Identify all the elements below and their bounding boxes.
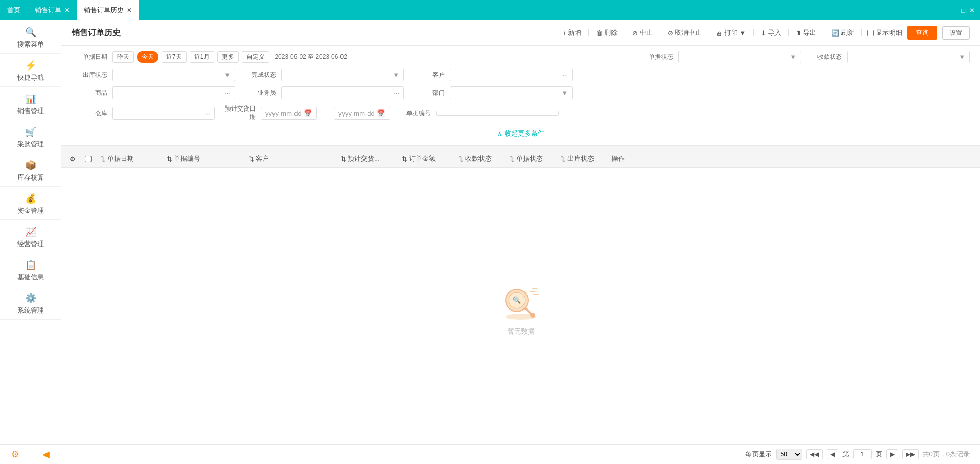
show-detail-input[interactable] [867,30,874,36]
import-button[interactable]: ⬇ 导入 [759,28,783,37]
close-window-icon[interactable]: ✕ [969,7,975,14]
sort-doc-status-icon: ⇅ [509,155,515,163]
main-layout: 🔍 搜索菜单 ⚡ 快捷导航 📊 销售管理 🛒 采购管理 📦 库存核算 💰 资金管… [0,20,980,464]
tab-sales-order-history[interactable]: 销售订单历史 ✕ [77,0,139,20]
th-docno[interactable]: ⇅ 单据编号 [164,154,245,163]
minimize-icon[interactable]: — [950,7,957,14]
cancel-stop-button[interactable]: ⊘ 取消中止 [666,28,703,37]
delete-button[interactable]: 🗑 删除 [594,28,620,37]
out-status-select[interactable]: ▼ [112,69,235,81]
date-more-btn[interactable]: 更多 [217,51,239,63]
sidebar-item-inventory-label: 库存核算 [17,173,44,182]
svg-text:🔍: 🔍 [513,296,521,304]
query-button[interactable]: 查询 [907,26,937,40]
export-button[interactable]: ⬆ 导出 [794,28,818,37]
maximize-icon[interactable]: □ [961,7,965,14]
customer-label: 客户 [409,71,445,79]
th-delivery[interactable]: ⇅ 预计交货... [337,154,399,163]
import-icon: ⬇ [761,29,766,37]
next-page-button[interactable]: ▶ [886,449,898,459]
sidebar-item-basic-info[interactable]: 📋 基础信息 [0,253,61,286]
th-doc-status[interactable]: ⇅ 单据状态 [506,154,557,163]
sidebar-item-finance-label: 资金管理 [17,206,44,215]
sidebar-item-purchase-mgmt[interactable]: 🛒 采购管理 [0,120,61,153]
th-settings[interactable]: ⚙ [66,155,82,163]
sidebar-item-operations[interactable]: 📈 经营管理 [0,220,61,253]
th-amount[interactable]: ⇅ 订单金额 [399,154,455,163]
add-button[interactable]: + 新增 [561,28,584,37]
customer-select[interactable]: ··· [450,69,573,81]
stop-button[interactable]: ⊘ 中止 [630,28,655,37]
setting-button[interactable]: 设置 [942,26,970,40]
page-suffix-label: 页 [876,450,882,459]
quick-nav-icon: ⚡ [25,60,36,71]
th-out-status[interactable]: ⇅ 出库状态 [557,154,608,163]
calendar-to-icon[interactable]: 📅 [377,109,385,117]
date-range-text: 2023-06-02 至 2023-06-02 [275,53,347,61]
sidebar-item-system-mgmt[interactable]: ⚙️ 系统管理 [0,286,61,320]
calendar-from-icon[interactable]: 📅 [304,109,312,117]
sort-customer-icon: ⇅ [248,155,254,163]
pay-status-select[interactable]: ▼ [847,51,970,63]
th-date[interactable]: ⇅ 单据日期 [97,154,164,163]
print-icon: 🖨 [716,29,723,37]
th-pay-status[interactable]: ⇅ 收款状态 [455,154,506,163]
sidebar-item-finance[interactable]: 💰 资金管理 [0,187,61,220]
th-docno-label: 单据编号 [174,154,200,163]
page-number-input[interactable] [853,449,872,459]
last-page-button[interactable]: ▶▶ [902,449,919,459]
select-all-checkbox[interactable] [85,156,92,162]
tab-sales-order[interactable]: 销售订单 ✕ [28,0,77,20]
th-checkbox[interactable] [82,156,97,162]
divider-6 [788,29,789,36]
collapse-button[interactable]: ∧ 收起更多条件 [72,127,970,140]
date-today-btn[interactable]: 今天 [137,51,158,63]
date-last-month-btn[interactable]: 近1月 [190,51,215,63]
sidebar-collapse-icon[interactable]: ◀ [42,449,50,460]
divider-7 [824,29,824,36]
basic-info-icon: 📋 [25,259,36,271]
page-size-select[interactable]: 50 10 20 100 [776,449,802,460]
first-page-button[interactable]: ◀◀ [806,449,823,459]
complete-status-arrow-icon: ▼ [393,71,399,79]
tab-sales-order-close[interactable]: ✕ [64,7,70,14]
sort-date-icon: ⇅ [100,155,106,163]
sidebar-item-search-menu[interactable]: 🔍 搜索菜单 [0,20,61,54]
date-custom-btn[interactable]: 自定义 [242,51,269,63]
product-select[interactable]: ··· [112,86,235,99]
delivery-date-from[interactable]: yyyy-mm-dd 📅 [261,107,317,120]
th-customer[interactable]: ⇅ 客户 [245,154,337,163]
refresh-button[interactable]: 🔄 刷新 [829,28,856,37]
tab-home[interactable]: 首页 [0,0,28,20]
tab-sales-order-history-close[interactable]: ✕ [127,7,132,14]
warehouse-select[interactable]: ··· [112,107,215,120]
inventory-icon: 📦 [25,160,36,171]
doc-no-input[interactable] [436,111,559,116]
sidebar-item-inventory[interactable]: 📦 库存核算 [0,153,61,187]
department-label: 部门 [409,89,445,97]
empty-illustration: 🔍 [495,276,546,327]
purchase-mgmt-icon: 🛒 [25,126,36,138]
doc-status-label: 单据状态 [637,53,673,61]
prev-page-button[interactable]: ◀ [827,449,838,459]
department-select[interactable]: ▼ [450,86,573,99]
top-bar-right: — □ ✕ [950,0,980,20]
salesperson-select[interactable]: ··· [281,86,404,99]
sidebar-item-quick-nav[interactable]: ⚡ 快捷导航 [0,54,61,87]
date-last7-btn[interactable]: 近7天 [162,51,187,63]
tab-sales-order-history-label: 销售订单历史 [84,6,124,15]
delivery-date-to[interactable]: yyyy-mm-dd 📅 [334,107,390,120]
sidebar-item-sales-mgmt[interactable]: 📊 销售管理 [0,87,61,120]
show-detail-checkbox[interactable]: 显示明细 [867,28,902,37]
complete-status-select[interactable]: ▼ [281,69,404,81]
sidebar-item-purchase-mgmt-label: 采购管理 [17,140,44,149]
empty-state: 🔍 暂无数据 [61,168,980,444]
th-doc-status-label: 单据状态 [516,154,543,163]
complete-status-label: 完成状态 [240,71,276,79]
print-button[interactable]: 🖨 打印 ▼ [714,28,748,37]
refresh-icon: 🔄 [831,29,839,37]
table-settings-icon[interactable]: ⚙ [70,155,76,163]
sidebar-gear-icon[interactable]: ⚙ [11,449,19,460]
date-yesterday-btn[interactable]: 昨天 [112,51,134,63]
doc-status-select[interactable]: ▼ [678,51,801,63]
